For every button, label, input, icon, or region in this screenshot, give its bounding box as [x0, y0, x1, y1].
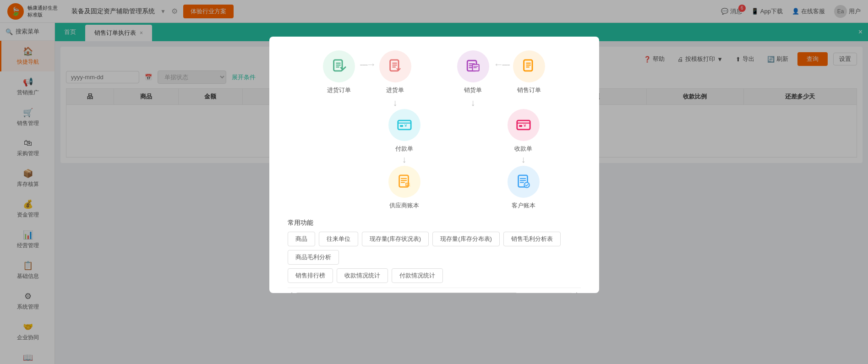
func-btn-product-margin[interactable]: 商品毛利分析 — [288, 250, 339, 265]
func-btn-stock-status[interactable]: 现存量(库存状况表) — [362, 232, 429, 246]
arrow-sales-order-to-bill: ←- - - — [494, 59, 508, 71]
arrow-down-receipt: ↓ — [521, 152, 526, 166]
func-btn-stock-dist[interactable]: 现存量(库存分布表) — [432, 232, 500, 246]
scroll-right-arrow[interactable]: ▶ — [576, 291, 581, 293]
arrow-down-sales-bill: ↓ — [471, 96, 475, 109]
func-btn-payment-stats[interactable]: 付款情况统计 — [392, 268, 443, 283]
func-buttons-row1: 商品 往来单位 现存量(库存状况表) 现存量(库存分布表) 销售毛利分析表 商品… — [288, 232, 581, 265]
sales-order-label: 销售订单 — [517, 86, 541, 94]
svg-rect-6 — [400, 125, 403, 127]
func-btn-sales-margin[interactable]: 销售毛利分析表 — [503, 232, 561, 246]
sales-bill-circle[interactable] — [457, 50, 489, 82]
flow-node-supplier-ledger[interactable]: 账 供应商账本 — [388, 166, 420, 210]
supplier-ledger-circle[interactable]: 账 — [388, 166, 420, 198]
flow-node-sales-order[interactable]: 销售订单 — [513, 50, 545, 94]
func-btn-product[interactable]: 商品 — [288, 232, 315, 246]
svg-point-14 — [524, 182, 529, 187]
scrollbar-thumb — [296, 293, 517, 293]
svg-rect-9 — [519, 125, 522, 127]
arrow-down-purchase-bill: ↓ — [393, 96, 398, 109]
sales-order-circle[interactable] — [513, 50, 545, 82]
flow-node-sales-bill[interactable]: 销货单 — [457, 50, 489, 94]
arrow-down-payment: ↓ — [402, 152, 407, 166]
sales-bill-label: 销货单 — [464, 86, 482, 94]
func-btn-partner[interactable]: 往来单位 — [319, 232, 358, 246]
flow-node-purchase-order[interactable]: 进货订单 — [323, 50, 355, 94]
common-functions: 常用功能 商品 往来单位 现存量(库存状况表) 现存量(库存分布表) 销售毛利分… — [288, 219, 581, 283]
receipt-bill-label: 收款单 — [514, 145, 532, 153]
svg-text:¥: ¥ — [404, 123, 407, 128]
flow-node-customer-ledger[interactable]: 客户账本 — [508, 166, 540, 210]
func-buttons-row2: 销售排行榜 收款情况统计 付款情况统计 — [288, 268, 581, 283]
scroll-left-arrow[interactable]: ◀ — [288, 291, 292, 293]
scrollbar-track[interactable] — [296, 293, 573, 293]
func-btn-receipt-stats[interactable]: 收款情况统计 — [337, 268, 388, 283]
purchase-order-circle[interactable] — [323, 50, 355, 82]
common-functions-title: 常用功能 — [288, 219, 581, 227]
flow-node-receipt-bill[interactable]: ¥ 收款单 — [508, 109, 540, 153]
func-btn-sales-rank[interactable]: 销售排行榜 — [288, 268, 333, 283]
svg-text:¥: ¥ — [523, 123, 526, 128]
arrow-purchase-order-to-bill: - - -→ — [360, 59, 374, 71]
supplier-ledger-label: 供应商账本 — [389, 201, 419, 210]
popup-scrollbar-area: ◀ ▶ — [288, 288, 581, 293]
customer-ledger-label: 客户账本 — [512, 201, 535, 210]
popup-overlay[interactable]: 进货订单 - - -→ 进货单 — [0, 0, 868, 364]
purchase-bill-circle[interactable] — [379, 50, 411, 82]
flow-node-payment-bill[interactable]: ¥ 付款单 — [388, 109, 420, 153]
receipt-bill-circle[interactable]: ¥ — [508, 109, 540, 141]
purchase-order-label: 进货订单 — [327, 86, 351, 94]
payment-bill-label: 付款单 — [395, 145, 413, 153]
popup: 进货订单 - - -→ 进货单 — [269, 37, 599, 293]
purchase-bill-label: 进货单 — [386, 86, 404, 94]
svg-text:账: 账 — [406, 182, 410, 187]
flow-node-purchase-bill[interactable]: 进货单 — [379, 50, 411, 94]
payment-bill-circle[interactable]: ¥ — [388, 109, 420, 141]
customer-ledger-circle[interactable] — [508, 166, 540, 198]
